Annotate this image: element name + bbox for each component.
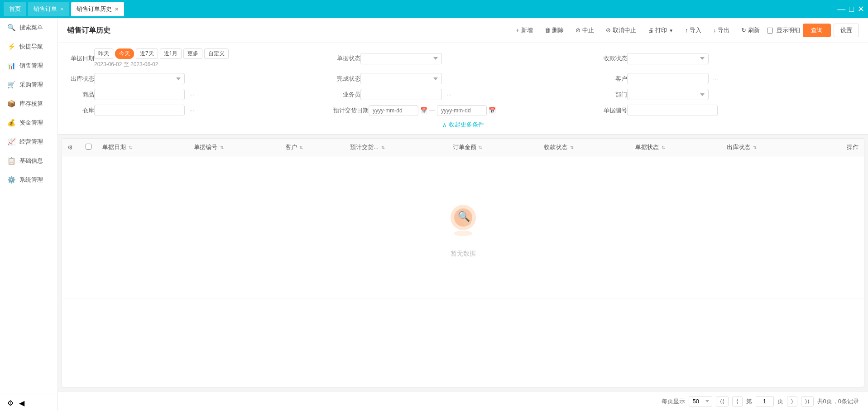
collapse-label: 收起更多条件: [449, 121, 484, 129]
payment-status-select[interactable]: [627, 53, 709, 64]
col-delivery-status[interactable]: 出库状态 ⇅: [721, 139, 813, 156]
payment-status-control: [627, 53, 859, 64]
completion-status-label: 完成状态: [333, 75, 360, 83]
export-button[interactable]: ↓ 导出: [709, 24, 734, 36]
date-btn-yesterday[interactable]: 昨天: [94, 48, 113, 59]
completion-status-control: [360, 73, 592, 84]
salesperson-input[interactable]: [360, 89, 442, 100]
search-button[interactable]: 查询: [803, 24, 831, 37]
sidebar-item-sales-mgmt[interactable]: 📊 销售管理: [0, 56, 58, 75]
date-btn-last7[interactable]: 近7天: [136, 48, 158, 59]
top-bar: 首页 销售订单 ✕ 销售订单历史 ✕ — □ ✕: [0, 0, 868, 18]
expected-date-from[interactable]: [369, 105, 418, 116]
display-toggle[interactable]: 显示明细: [767, 26, 800, 34]
sidebar-settings-icon[interactable]: ⚙: [7, 399, 14, 407]
sidebar-item-operations[interactable]: 📈 经营管理: [0, 132, 58, 151]
stop-button[interactable]: ⊘ 中止: [571, 24, 599, 36]
col-payment-status-sort-icon: ⇅: [570, 145, 574, 150]
customer-dots[interactable]: ···: [710, 74, 721, 83]
close-window-button[interactable]: ✕: [858, 4, 864, 14]
date-shortcuts: 昨天 今天 近7天 近1月 更多 自定义: [94, 48, 229, 59]
col-settings[interactable]: ⚙: [62, 139, 80, 156]
customer-input[interactable]: [627, 73, 709, 84]
col-customer[interactable]: 客户 ⇅: [280, 139, 345, 156]
sidebar-item-quick-nav[interactable]: ⚡ 快捷导航: [0, 37, 58, 56]
delivery-status-label: 出库状态: [67, 75, 94, 83]
settings-gear-icon[interactable]: ⚙: [67, 144, 73, 151]
display-toggle-checkbox[interactable]: [767, 28, 773, 34]
select-all-checkbox[interactable]: [86, 144, 91, 150]
delete-button[interactable]: 🗑 删除: [540, 24, 569, 36]
col-order-amount[interactable]: 订单金额 ⇅: [447, 139, 539, 156]
calendar-to-icon[interactable]: 📅: [489, 107, 496, 114]
order-number-input[interactable]: [627, 105, 718, 116]
order-status-select[interactable]: [360, 53, 442, 64]
new-button[interactable]: + 新增: [512, 24, 537, 36]
empty-state-cell: 🔍 暂无数据: [62, 156, 864, 299]
cancel-stop-button[interactable]: ⊘ 取消中止: [601, 24, 641, 36]
tab-sales-order-history-close[interactable]: ✕: [115, 6, 119, 12]
collapse-link[interactable]: ∧ 收起更多条件: [67, 121, 859, 129]
sidebar-item-system-mgmt[interactable]: ⚙️ 系统管理: [0, 170, 58, 189]
date-btn-more[interactable]: 更多: [183, 48, 202, 59]
product-dots[interactable]: ···: [187, 90, 197, 99]
date-btn-today[interactable]: 今天: [115, 48, 134, 59]
product-input[interactable]: [94, 89, 185, 100]
salesperson-dots[interactable]: ···: [444, 90, 454, 99]
warehouse-input[interactable]: [94, 105, 185, 116]
print-button-label: 🖨 打印: [648, 26, 667, 34]
department-filter-group: 部门: [600, 89, 859, 100]
date-btn-custom[interactable]: 自定义: [204, 48, 229, 59]
last-page-button[interactable]: ⟩⟩: [801, 396, 814, 406]
tab-sales-order-close[interactable]: ✕: [60, 6, 64, 12]
sidebar-item-base-info[interactable]: 📋 基础信息: [0, 151, 58, 170]
total-info: 共0页，0条记录: [817, 397, 859, 406]
empty-state: 🔍 暂无数据: [67, 161, 858, 294]
col-order-status-label: 单据状态: [635, 144, 659, 150]
page-number-input[interactable]: [756, 396, 774, 406]
calendar-from-icon[interactable]: 📅: [420, 107, 427, 114]
print-dropdown-icon[interactable]: ▼: [669, 28, 673, 33]
minimize-button[interactable]: —: [837, 5, 845, 14]
sidebar-item-purchase-mgmt[interactable]: 🛒 采购管理: [0, 75, 58, 94]
expected-date-filter-group: 预计交货日期 📅 — 📅: [333, 105, 592, 116]
prev-page-button[interactable]: ⟨: [732, 396, 743, 406]
col-order-no[interactable]: 单据编号 ⇅: [188, 139, 280, 156]
col-order-status[interactable]: 单据状态 ⇅: [630, 139, 721, 156]
col-order-no-label: 单据编号: [194, 144, 217, 150]
tab-home[interactable]: 首页: [4, 2, 26, 16]
department-select[interactable]: [627, 89, 709, 100]
col-checkbox[interactable]: [80, 139, 97, 156]
page-size-select[interactable]: 50 10 20 100: [689, 396, 712, 406]
refresh-button[interactable]: ↻ 刷新: [737, 24, 764, 36]
sidebar-collapse-icon[interactable]: ◀: [19, 399, 24, 407]
col-date[interactable]: 单据日期 ⇅: [97, 139, 188, 156]
tab-sales-order[interactable]: 销售订单 ✕: [28, 2, 69, 16]
completion-status-filter-group: 完成状态: [333, 73, 592, 84]
col-payment-status[interactable]: 收款状态 ⇅: [538, 139, 630, 156]
sidebar-item-search-menu-label: 搜索菜单: [19, 24, 43, 32]
col-order-no-sort-icon: ⇅: [220, 145, 224, 150]
date-btn-last1month[interactable]: 近1月: [160, 48, 182, 59]
settings-button-label: 设置: [840, 27, 852, 34]
date-separator: —: [429, 107, 435, 114]
col-expected-delivery[interactable]: 预计交货... ⇅: [345, 139, 447, 156]
next-page-button[interactable]: ⟩: [787, 396, 797, 406]
sidebar-item-base-info-label: 基础信息: [19, 157, 43, 165]
sidebar-item-search-menu[interactable]: 🔍 搜索菜单: [0, 18, 58, 37]
sidebar-item-finance[interactable]: 💰 资金管理: [0, 113, 58, 132]
delivery-status-select[interactable]: [94, 73, 185, 84]
completion-status-select[interactable]: [360, 73, 442, 84]
expected-date-to[interactable]: [437, 105, 487, 116]
sidebar-item-inventory[interactable]: 📦 库存核算: [0, 94, 58, 113]
import-button[interactable]: ↑ 导入: [681, 24, 706, 36]
customer-filter-group: 客户 ···: [600, 73, 859, 84]
print-button[interactable]: 🖨 打印 ▼: [643, 24, 678, 36]
collapse-icon: ∧: [442, 121, 447, 128]
warehouse-dots[interactable]: ···: [187, 106, 197, 115]
refresh-button-label: ↻ 刷新: [741, 26, 760, 34]
tab-sales-order-history[interactable]: 销售订单历史 ✕: [71, 2, 124, 16]
settings-button[interactable]: 设置: [834, 24, 859, 37]
first-page-button[interactable]: ⟨⟨: [716, 396, 729, 406]
maximize-button[interactable]: □: [849, 5, 854, 14]
